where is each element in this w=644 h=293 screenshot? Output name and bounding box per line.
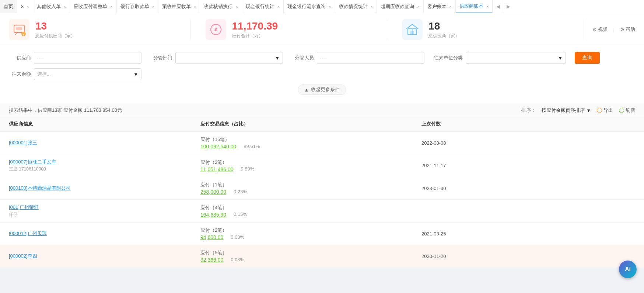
person-input[interactable]: ··· — [317, 52, 424, 64]
col-header-supplier: 供应商信息 — [9, 121, 200, 127]
close-icon[interactable]: × — [27, 0, 29, 13]
svg-text:¥: ¥ — [214, 27, 217, 32]
close-icon[interactable]: × — [449, 0, 452, 13]
top-navigation: 首页 3 × 其他收入单 × 应收应付调整单 × 银行存取款单 × 预收冲应收单… — [0, 0, 644, 13]
summary-card-suppliers-payable: ¥ 13 总应付供应商（家） — [9, 19, 191, 40]
lastpay-cell: 2021-03-25 — [421, 231, 635, 237]
tx-amount-link[interactable]: 32,366.00 — [200, 257, 223, 263]
filter-dept: 分管部门 ▼ — [150, 52, 283, 64]
tx-amount-link[interactable]: 258,000.00 — [200, 189, 226, 195]
dept-select[interactable]: ▼ — [175, 52, 283, 64]
collapse-button[interactable]: ▲ 收起更多条件 — [298, 85, 346, 95]
nav-tab-3[interactable]: 3 × — [17, 0, 33, 13]
nav-receipt-exec[interactable]: 收款核销执行 × — [200, 0, 242, 13]
nav-overdue-query[interactable]: 超期应收款查询 × — [377, 0, 423, 13]
dept-label: 分管部门 — [150, 55, 172, 61]
close-icon[interactable]: × — [64, 0, 66, 13]
person-label: 分管人员 — [292, 55, 314, 61]
table-row: [001]广州荣轩 仔仔 应付（4笔） 164,635.90 0.15% — [0, 200, 644, 223]
table-row: [000001]张三 应付（15笔） 100,092,540.00 89.61%… — [0, 132, 644, 154]
supplier-input[interactable]: ··· — [34, 52, 141, 64]
tx-cell: 应付（4笔） 164,635.90 0.15% — [200, 204, 421, 218]
filter-balance: 往来余额 选择... ▼ — [9, 68, 141, 80]
tx-cell: 应付（1笔） 258,000.00 0.23% — [200, 182, 421, 195]
filter-category: 往来单位分类 ▼ — [433, 52, 566, 64]
close-icon[interactable]: × — [371, 0, 373, 13]
supplier-link[interactable]: [000100]本特勤油品有限公司 — [9, 185, 200, 192]
nav-prepay-offset[interactable]: 预收冲应收单 × — [158, 0, 200, 13]
balance-select[interactable]: 选择... ▼ — [34, 68, 141, 80]
nav-receipt-stat[interactable]: 收款情况统计 × — [335, 0, 377, 13]
table-row: [000100]本特勤油品有限公司 应付（1笔） 258,000.00 0.23… — [0, 177, 644, 200]
close-icon[interactable]: × — [277, 0, 280, 13]
card2-info: 11,170.39 应付合计（万） — [232, 20, 278, 39]
card3-number: 18 — [428, 20, 459, 32]
nav-supplier-ledger[interactable]: 供应商账本 × — [456, 0, 493, 13]
card2-number: 11,170.39 — [232, 20, 278, 32]
supplier-link[interactable]: [000001]张三 — [9, 139, 200, 146]
svg-text:¥: ¥ — [23, 33, 25, 36]
nav-prev-arrow[interactable]: ◀ — [493, 0, 503, 13]
nav-other-income[interactable]: 其他收入单 × — [33, 0, 70, 13]
nav-ar-ap-adjust[interactable]: 应收应付调整单 × — [70, 0, 116, 13]
video-link[interactable]: ⊙ 视频 — [593, 26, 608, 33]
help-area: ⊙ 视频 | ⊙ 帮助 — [584, 26, 635, 33]
card-icon-store — [402, 19, 423, 40]
tx-amount-link[interactable]: 94,600.00 — [200, 234, 223, 240]
nav-home[interactable]: 首页 — [0, 0, 17, 13]
summary-card-total-suppliers: 18 总供应商（家） — [387, 19, 584, 40]
table-row: [000002]李四 应付（5笔） 32,366.00 0.03% 2020-1… — [0, 245, 644, 268]
tx-cell: 应付（5笔） 32,366.00 0.03% — [200, 249, 421, 263]
close-icon[interactable]: × — [417, 0, 419, 13]
nav-cash-bank-stat[interactable]: 现金银行统计 × — [242, 0, 284, 13]
supplier-cell: [000012]广州贝瑞 — [9, 230, 200, 237]
filter-row-1: 供应商 ··· 分管部门 ▼ 分管人员 ··· 往来单位分类 ▼ — [9, 52, 635, 64]
supplier-link[interactable]: [000007]恒旺二手叉车 — [9, 159, 200, 165]
svg-rect-1 — [16, 27, 22, 30]
card-icon-payable: ¥ — [206, 19, 226, 40]
supplier-link[interactable]: [001]广州荣轩 — [9, 204, 200, 211]
supplier-link[interactable]: [000012]广州贝瑞 — [9, 230, 200, 237]
supplier-table: 供应商信息 应付交易信息（占比） 上次付数 [000001]张三 应付（15笔）… — [0, 117, 644, 268]
table-header: 供应商信息 应付交易信息（占比） 上次付数 — [0, 117, 644, 132]
results-summary-text: 搜索结果中，供应商13家 应付金额 111,703,854.00元 — [9, 107, 122, 114]
export-button[interactable]: 导出 — [597, 107, 613, 114]
query-button[interactable]: 查询 — [575, 52, 600, 64]
col-header-lastpay: 上次付数 — [421, 121, 635, 127]
lastpay-cell: 2023-01-30 — [421, 186, 635, 191]
card3-label: 总供应商（家） — [428, 33, 459, 39]
summary-card-payable-total: ¥ 11,170.39 应付合计（万） — [191, 19, 388, 40]
supplier-cell: [000001]张三 — [9, 139, 200, 146]
filter-row-2: 往来余额 选择... ▼ — [9, 68, 635, 80]
close-icon[interactable]: × — [235, 0, 238, 13]
supplier-cell: [000002]李四 — [9, 253, 200, 259]
tx-amount-link[interactable]: 164,635.90 — [200, 212, 226, 218]
refresh-button[interactable]: 刷新 — [619, 107, 635, 114]
tx-amount-link[interactable]: 11,051,486.00 — [200, 166, 234, 172]
card-icon-suppliers: ¥ — [9, 19, 29, 40]
supplier-cell: [000100]本特勤油品有限公司 — [9, 185, 200, 192]
nav-customer-ledger[interactable]: 客户账本 × — [424, 0, 456, 13]
supplier-cell: [000007]恒旺二手叉车 王通 17106110000 — [9, 159, 200, 172]
card1-info: 13 总应付供应商（家） — [35, 20, 75, 39]
nav-bank-deposit[interactable]: 银行存取款单 × — [117, 0, 158, 13]
results-actions: 排序： 按应付余额倒序排序 ▼ 导出 刷新 — [521, 107, 635, 114]
close-icon[interactable]: × — [110, 0, 112, 13]
lastpay-cell: 2020-11-20 — [421, 254, 635, 259]
close-icon[interactable]: × — [152, 0, 154, 13]
close-icon[interactable]: × — [486, 0, 489, 13]
table-row: [000007]恒旺二手叉车 王通 17106110000 应付（2笔） 11,… — [0, 154, 644, 177]
nav-cash-flow-query[interactable]: 现金银行流水查询 × — [284, 0, 335, 13]
category-label: 往来单位分类 — [433, 55, 463, 61]
category-select[interactable]: ▼ — [466, 52, 566, 64]
close-icon[interactable]: × — [329, 0, 331, 13]
filter-supplier: 供应商 ··· — [9, 52, 141, 64]
close-icon[interactable]: × — [194, 0, 196, 13]
sort-select[interactable]: 按应付余额倒序排序 ▼ — [542, 107, 591, 114]
supplier-link[interactable]: [000002]李四 — [9, 253, 200, 259]
tx-amount-link[interactable]: 100,092,540.00 — [200, 144, 236, 149]
col-header-tx: 应付交易信息（占比） — [200, 121, 421, 127]
table-row: [000012]广州贝瑞 应付（2笔） 94,600.00 0.08% 2021… — [0, 223, 644, 245]
nav-next-arrow[interactable]: ▶ — [503, 0, 513, 13]
help-link[interactable]: ⊙ 帮助 — [620, 26, 635, 33]
